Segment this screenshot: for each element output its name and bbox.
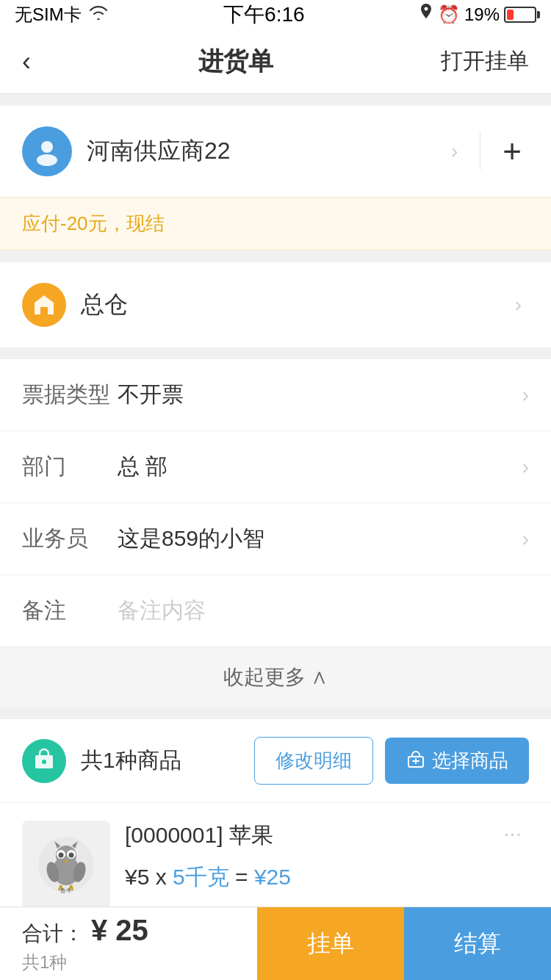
svg-point-1 bbox=[37, 154, 57, 166]
total-label: 合计： bbox=[22, 920, 84, 948]
dept-row[interactable]: 部门 总 部 › bbox=[0, 431, 551, 503]
product-more-button[interactable]: ··· bbox=[496, 821, 529, 846]
remark-input[interactable]: 备注内容 bbox=[118, 596, 529, 626]
warehouse-row[interactable]: 总仓 › bbox=[0, 262, 551, 347]
status-bar: 无SIM卡 下午6:16 ⏰ 19% bbox=[0, 0, 551, 29]
svg-point-15 bbox=[59, 853, 64, 858]
warehouse-icon bbox=[22, 283, 66, 327]
supplier-name: 河南供应商22 bbox=[87, 135, 451, 167]
invoice-chevron-icon: › bbox=[522, 383, 529, 407]
dept-chevron-icon: › bbox=[522, 455, 529, 479]
collapse-row[interactable]: 收起更多 ∧ bbox=[0, 646, 551, 707]
svg-point-4 bbox=[42, 760, 46, 764]
form-section: 票据类型 不开票 › 部门 总 部 › 业务员 这是859的小智 › 备注 备注… bbox=[0, 359, 551, 646]
warehouse-name: 总仓 bbox=[81, 289, 515, 321]
sales-value: 这是859的小智 bbox=[118, 524, 522, 554]
footer-total: 合计： ¥ 25 共1种 bbox=[0, 914, 257, 974]
svg-point-16 bbox=[69, 853, 74, 858]
products-header: 共1种商品 修改明细 选择商品 bbox=[0, 719, 551, 803]
supplier-chevron-icon: › bbox=[451, 140, 458, 163]
battery-icon bbox=[504, 7, 536, 23]
supplier-divider bbox=[480, 133, 480, 170]
products-count: 共1种商品 bbox=[81, 746, 254, 776]
products-section: 共1种商品 修改明细 选择商品 bbox=[0, 719, 551, 927]
hold-button[interactable]: 挂单 bbox=[257, 907, 404, 980]
checkout-button[interactable]: 结算 bbox=[404, 907, 551, 980]
nav-bar: ‹ 进货单 打开挂单 bbox=[0, 29, 551, 94]
supplier-row[interactable]: 河南供应商22 › + bbox=[0, 106, 551, 197]
footer-count: 共1种 bbox=[22, 951, 235, 974]
footer-bar: 合计： ¥ 25 共1种 挂单 结算 bbox=[0, 907, 551, 980]
sales-chevron-icon: › bbox=[522, 527, 529, 551]
open-hold-button[interactable]: 打开挂单 bbox=[441, 46, 529, 76]
select-product-button[interactable]: 选择商品 bbox=[385, 738, 529, 784]
alarm-icon: ⏰ bbox=[438, 4, 460, 25]
product-total: ¥25 bbox=[254, 865, 291, 889]
status-right: ⏰ 19% bbox=[419, 4, 536, 26]
battery-fill bbox=[507, 10, 514, 20]
svg-point-0 bbox=[41, 141, 53, 153]
hold-label: 挂单 bbox=[307, 928, 354, 960]
product-info: [0000001] 苹果 ¥5 x 5千克 = ¥25 bbox=[125, 821, 496, 893]
warehouse-section[interactable]: 总仓 › bbox=[0, 262, 551, 347]
remark-label: 备注 bbox=[22, 596, 118, 626]
sales-label: 业务员 bbox=[22, 524, 118, 554]
select-product-label: 选择商品 bbox=[432, 748, 508, 774]
supplier-warning: 应付-20元，现结 bbox=[0, 197, 551, 251]
product-name: [0000001] 苹果 bbox=[125, 821, 496, 851]
add-supplier-button[interactable]: + bbox=[495, 133, 529, 170]
status-time: 下午6:16 bbox=[223, 1, 305, 29]
invoice-label: 票据类型 bbox=[22, 380, 118, 410]
product-price: ¥5 x 5千克 = ¥25 bbox=[125, 862, 496, 893]
product-thumbnail: 鲁牛 bbox=[22, 821, 110, 909]
dept-label: 部门 bbox=[22, 452, 118, 482]
footer-total-main: 合计： ¥ 25 bbox=[22, 914, 235, 948]
battery-percent: 19% bbox=[464, 4, 500, 25]
product-image: 鲁牛 bbox=[37, 835, 96, 894]
back-button[interactable]: ‹ bbox=[22, 46, 31, 77]
products-icon bbox=[22, 739, 66, 783]
wifi-icon bbox=[87, 4, 109, 25]
edit-details-button[interactable]: 修改明细 bbox=[254, 737, 373, 785]
supplier-section: 河南供应商22 › + 应付-20元，现结 bbox=[0, 106, 551, 251]
product-code: [0000001] 苹果 bbox=[125, 823, 273, 847]
remark-row[interactable]: 备注 备注内容 bbox=[0, 575, 551, 646]
page-title: 进货单 bbox=[198, 45, 273, 79]
total-amount: ¥ 25 bbox=[91, 914, 148, 947]
cart-icon bbox=[406, 751, 426, 771]
svg-rect-2 bbox=[40, 307, 48, 314]
warehouse-chevron-icon: › bbox=[515, 293, 522, 317]
carrier-text: 无SIM卡 bbox=[15, 3, 82, 26]
status-left: 无SIM卡 bbox=[15, 3, 109, 26]
svg-text:鲁牛: 鲁牛 bbox=[60, 887, 72, 894]
invoice-row[interactable]: 票据类型 不开票 › bbox=[0, 359, 551, 431]
product-qty: 5千克 bbox=[173, 865, 229, 889]
supplier-avatar bbox=[22, 126, 72, 176]
dept-value: 总 部 bbox=[118, 452, 522, 482]
sales-row[interactable]: 业务员 这是859的小智 › bbox=[0, 503, 551, 575]
invoice-value: 不开票 bbox=[118, 380, 522, 410]
location-icon bbox=[419, 4, 433, 26]
checkout-label: 结算 bbox=[454, 928, 501, 960]
